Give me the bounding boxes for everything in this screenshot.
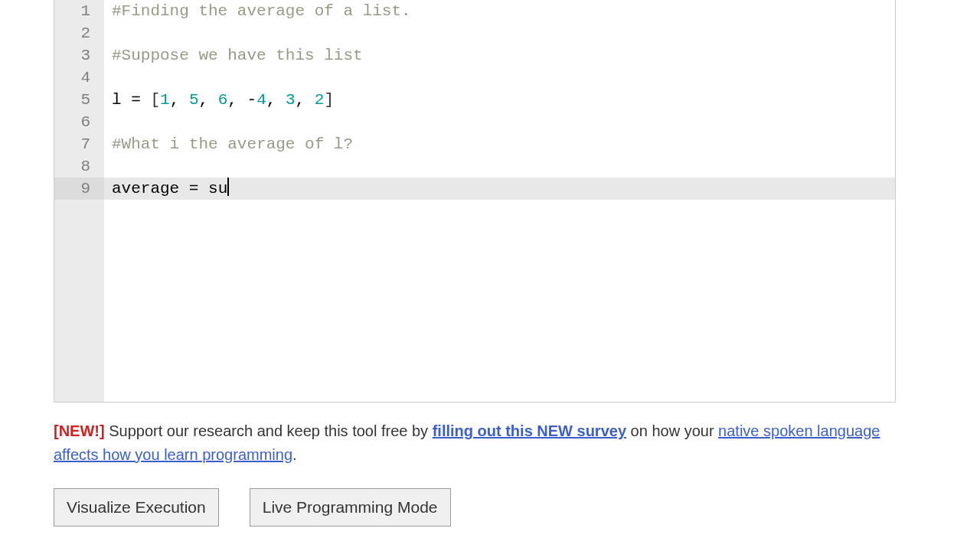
button-row: Visualize Execution Live Programming Mod… [54, 488, 926, 527]
code-token: , [266, 91, 286, 109]
editor-gutter: 123456789 [54, 0, 104, 402]
notice-lead: Support our research and keep this tool … [105, 422, 433, 439]
code-token: - [247, 91, 257, 109]
gutter-line-number: 8 [54, 155, 104, 178]
code-token: #Suppose we have this list [112, 47, 363, 64]
live-programming-mode-button[interactable]: Live Programming Mode [250, 488, 451, 527]
code-token: l [112, 91, 131, 109]
gutter-line-number: 9 [54, 178, 104, 200]
code-line[interactable]: average = su [104, 178, 895, 200]
gutter-line-number: 1 [54, 0, 104, 22]
editor-code-area[interactable]: #Finding the average of a list.#Suppose … [104, 0, 895, 402]
code-line[interactable] [104, 155, 895, 178]
survey-link[interactable]: filling out this NEW survey [433, 422, 626, 439]
gutter-line-number: 4 [54, 67, 104, 89]
code-line[interactable] [104, 67, 895, 89]
page-root: 123456789 #Finding the average of a list… [0, 0, 980, 527]
gutter-line-number: 5 [54, 89, 104, 111]
code-token: = [189, 180, 199, 197]
code-token: #What i the average of l? [112, 135, 353, 153]
gutter-line-number: 3 [54, 44, 104, 67]
code-line[interactable]: #What i the average of l? [104, 133, 895, 155]
code-token: [ [150, 91, 160, 109]
code-editor[interactable]: 123456789 #Finding the average of a list… [54, 0, 896, 403]
code-token: ] [324, 91, 334, 109]
code-token: 3 [286, 91, 296, 109]
notice-mid: on how your [626, 422, 718, 439]
gutter-line-number: 2 [54, 22, 104, 44]
notice-tail: . [292, 446, 297, 463]
code-line[interactable] [104, 22, 895, 44]
text-cursor [227, 178, 229, 196]
code-token: average [112, 180, 189, 197]
code-token: 2 [315, 91, 325, 109]
code-token: , [198, 91, 217, 109]
code-line[interactable] [104, 111, 895, 133]
gutter-line-number: 7 [54, 133, 104, 155]
code-line[interactable]: l = [1, 5, 6, -4, 3, 2] [104, 89, 895, 111]
code-token: 4 [256, 91, 266, 109]
code-token: #Finding the average of a list. [112, 2, 411, 20]
code-token: 5 [189, 91, 199, 109]
code-token: 6 [218, 91, 228, 109]
code-token: , [227, 91, 247, 109]
code-token: , [170, 91, 189, 109]
code-token: su [198, 180, 227, 197]
code-token [141, 91, 151, 109]
new-badge: [NEW!] [54, 422, 105, 439]
visualize-execution-button[interactable]: Visualize Execution [54, 488, 219, 527]
survey-notice: [NEW!] Support our research and keep thi… [54, 419, 896, 467]
code-token: 1 [160, 91, 170, 109]
code-token: , [296, 91, 315, 109]
gutter-line-number: 6 [54, 111, 104, 133]
code-line[interactable]: #Finding the average of a list. [104, 0, 895, 22]
code-token: = [131, 91, 141, 109]
code-line[interactable]: #Suppose we have this list [104, 44, 895, 67]
